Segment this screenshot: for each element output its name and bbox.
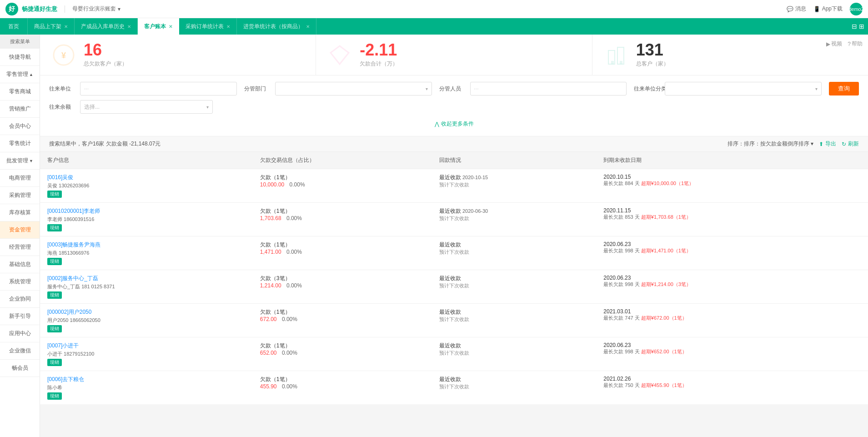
sidebar-item-enterprise[interactable]: 企业协同 — [0, 291, 40, 308]
overdue-link[interactable]: 超期¥10,000.00（1笔） — [641, 181, 694, 186]
overdue-link[interactable]: 超期¥652.00（1笔） — [641, 349, 687, 354]
debt-desc: 欠款（1笔） — [260, 342, 425, 350]
table-container: 客户信息 欠款交易信息（占比） 回款情况 到期未收款日期 [0016]吴俊 吴俊… — [40, 152, 868, 404]
amount-value[interactable]: 10,000.00 — [260, 181, 284, 188]
due-date: 2021.02.26 — [603, 376, 861, 382]
sidebar-item-finance[interactable]: 资金管理 — [0, 221, 40, 239]
sidebar-item-marketing[interactable]: 营销推广 — [0, 100, 40, 118]
customer-name[interactable]: [0002]服务中心_丁磊 — [47, 275, 246, 282]
sidebar-item-inventory[interactable]: 库存核算 — [0, 204, 40, 221]
debt-desc: 欠款（1笔） — [260, 308, 425, 316]
balance-select[interactable]: 选择... ▾ — [80, 100, 213, 114]
sidebar-item-app-center[interactable]: 应用中心 — [0, 325, 40, 342]
tab-purchase-order[interactable]: 采购订单统计表 ✕ — [179, 18, 237, 35]
percentage: 0.00% — [290, 181, 305, 188]
customer-name[interactable]: [0006]去下粮仓 — [47, 376, 246, 383]
sidebar-item-member[interactable]: 会员中心 — [0, 118, 40, 135]
chevron-down-icon: ▾ — [426, 86, 428, 91]
chevron-down-icon: ▾ — [206, 105, 209, 110]
col-customer-info: 客户信息 — [40, 152, 253, 169]
sidebar-item-quick-nav[interactable]: 快捷导航 — [0, 49, 40, 66]
customer-name[interactable]: [000002]用户2050 — [47, 308, 246, 316]
tag-xian: 现销 — [47, 359, 62, 366]
customer-name[interactable]: [0016]吴俊 — [47, 174, 246, 181]
app-download-btn[interactable]: 📱 App下载 — [813, 5, 843, 13]
col-collection: 回款情况 — [432, 152, 597, 169]
debt-desc: 欠款（3笔） — [260, 275, 425, 282]
sidebar-item-retail-stats[interactable]: 零售统计 — [0, 135, 40, 152]
next-collect: 预计下次收款 — [439, 181, 589, 188]
overdue-days: 最长欠款 853 天 — [603, 214, 641, 220]
tab-home[interactable]: 首页 — [0, 18, 28, 35]
filter-from-unit: 往来单位 ··· — [49, 82, 237, 95]
video-btn[interactable]: ▶ 视频 — [826, 40, 842, 48]
customer-name[interactable]: [0007]小进干 — [47, 342, 246, 350]
avatar[interactable]: demo2 — [850, 3, 863, 15]
tab-purchase-stats[interactable]: 进货单统计表（按商品） ✕ — [237, 18, 316, 35]
sidebar-item-wechat[interactable]: 企业微信 — [0, 342, 40, 360]
recent-collection: 最近收款 — [439, 308, 589, 316]
close-icon[interactable]: ✕ — [169, 24, 172, 29]
help-btn[interactable]: ? 帮助 — [848, 40, 863, 48]
collapse-btn[interactable]: ⋀ 收起更多条件 — [49, 118, 859, 130]
close-icon[interactable]: ✕ — [226, 24, 230, 29]
refresh-btn[interactable]: ↻ 刷新 — [842, 140, 859, 148]
tab-product-history[interactable]: 产成品入库单历史 ✕ — [75, 18, 138, 35]
dept-select[interactable]: ▾ — [275, 82, 432, 95]
debt-desc: 欠款（1笔） — [260, 376, 425, 383]
amount-value[interactable]: 1,703.68 — [260, 215, 281, 221]
sidebar-item-ops[interactable]: 经营管理 — [0, 239, 40, 256]
overdue-link[interactable]: 超期¥672.00（1笔） — [641, 315, 687, 321]
due-date: 2020.06.23 — [603, 275, 861, 281]
sidebar-item-ecommerce[interactable]: 电商管理 — [0, 170, 40, 187]
overdue-link[interactable]: 超期¥1,471.00（1笔） — [641, 248, 691, 253]
amount-value[interactable]: 652.00 — [260, 350, 277, 356]
from-unit-input[interactable]: ··· — [80, 82, 237, 95]
sidebar-item-wholesale[interactable]: 批发管理 ▼ — [0, 152, 40, 170]
customer-phone: 陈小希 — [47, 384, 246, 391]
percentage: 0.00% — [286, 249, 302, 255]
next-collect: 预计下次收款 — [439, 249, 589, 256]
col-debt-info: 欠款交易信息（占比） — [253, 152, 432, 169]
amount-value[interactable]: 455.90 — [260, 383, 277, 390]
stat-actions: ▶ 视频 ? 帮助 — [826, 40, 863, 48]
chevron-down-icon: ▾ — [815, 86, 818, 91]
chevron-down-icon: ▲ — [29, 72, 33, 77]
sidebar-item-basic[interactable]: 基础信息 — [0, 256, 40, 273]
query-button[interactable]: 查询 — [829, 82, 859, 95]
manager-input[interactable]: ··· — [470, 82, 627, 95]
search-menu[interactable]: 搜索菜单 — [0, 35, 40, 49]
tab-customer-account[interactable]: 客户账本 ✕ — [138, 18, 179, 35]
message-btn[interactable]: 💬 消息 — [787, 5, 806, 13]
customer-name[interactable]: [00010200001]李老师 — [47, 207, 246, 215]
export-btn[interactable]: ⬆ 导出 — [819, 140, 836, 148]
sidebar-item-vip[interactable]: 畅会员 — [0, 360, 40, 377]
logo-area: 好 畅捷通好生意 母婴行业演示账套 ▾ — [5, 3, 120, 15]
sidebar-item-purchase[interactable]: 采购管理 — [0, 187, 40, 204]
tab-product-list[interactable]: 商品上下架 ✕ — [28, 18, 75, 35]
close-icon[interactable]: ✕ — [127, 24, 131, 29]
customer-name[interactable]: [0003]畅捷服务尹海燕 — [47, 241, 246, 249]
recent-collection: 最近收款 2020-06-30 — [439, 207, 589, 215]
amount-value[interactable]: 1,214.00 — [260, 282, 281, 289]
close-icon[interactable]: ✕ — [306, 24, 310, 29]
debt-amount: 1,703.68 0.00% — [260, 215, 425, 221]
debt-amount: 10,000.00 0.00% — [260, 181, 425, 188]
diamond-icon — [327, 42, 352, 68]
sidebar-item-new-guide[interactable]: 新手引导 — [0, 308, 40, 325]
due-date: 2020.10.15 — [603, 174, 861, 180]
overdue-link[interactable]: 超期¥1,214.00（3笔） — [641, 281, 691, 287]
debt-desc: 欠款（1笔） — [260, 207, 425, 215]
amount-value[interactable]: 1,471.00 — [260, 249, 281, 255]
amount-value[interactable]: 672.00 — [260, 316, 277, 322]
customer-phone: 李老师 18600391516 — [47, 216, 246, 223]
sidebar-item-system[interactable]: 系统管理 — [0, 273, 40, 291]
sidebar-item-retail-mall[interactable]: 零售商城 — [0, 83, 40, 100]
col-due-date: 到期未收款日期 — [596, 152, 868, 169]
overdue-link[interactable]: 超期¥455.90（1笔） — [641, 382, 687, 388]
store-selector[interactable]: 母婴行业演示账套 ▾ — [72, 5, 120, 13]
close-icon[interactable]: ✕ — [64, 24, 68, 29]
unit-category-select[interactable]: ▾ — [665, 82, 822, 95]
sidebar-item-retail-mgmt[interactable]: 零售管理 ▲ — [0, 66, 40, 83]
overdue-link[interactable]: 超期¥1,703.68（1笔） — [641, 214, 691, 220]
